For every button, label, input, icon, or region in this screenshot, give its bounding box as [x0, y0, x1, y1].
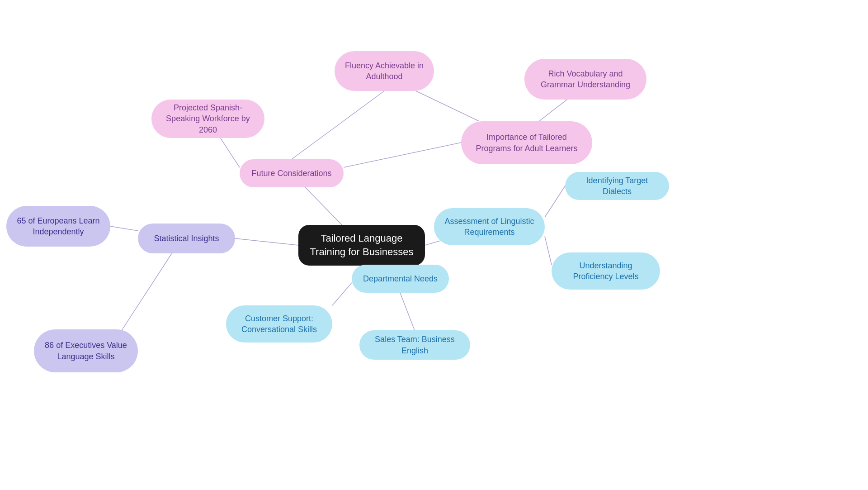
svg-line-2	[344, 143, 461, 167]
svg-line-6	[235, 238, 298, 245]
assessment-linguistic-node: Assessment of Linguistic Requirements	[434, 208, 545, 245]
center-node: Tailored Language Training for Businesse…	[298, 225, 425, 266]
rich-vocabulary-node: Rich Vocabulary and Grammar Understandin…	[524, 59, 646, 100]
customer-support-node: Customer Support: Conversational Skills	[226, 305, 332, 343]
departmental-needs-node: Departmental Needs	[352, 265, 449, 293]
svg-line-10	[545, 186, 565, 217]
identifying-dialects-node: Identifying Target Dialects	[565, 172, 669, 200]
projected-spanish-node: Projected Spanish-Speaking Workforce by …	[151, 100, 264, 138]
svg-line-7	[110, 226, 138, 231]
fluency-adulthood-node: Fluency Achievable in Adulthood	[335, 51, 434, 91]
sales-team-node: Sales Team: Business English	[359, 330, 470, 360]
executives-node: 86 of Executives Value Language Skills	[34, 329, 138, 372]
svg-line-11	[545, 236, 552, 265]
svg-line-13	[332, 283, 352, 305]
europeans-node: 65 of Europeans Learn Independently	[6, 206, 110, 247]
statistical-insights-node: Statistical Insights	[138, 224, 235, 253]
svg-line-14	[400, 293, 415, 330]
future-considerations-node: Future Considerations	[240, 159, 344, 187]
tailored-programs-node: Importance of Tailored Programs for Adul…	[461, 121, 592, 164]
svg-line-5	[416, 91, 479, 121]
understanding-proficiency-node: Understanding Proficiency Levels	[552, 252, 660, 290]
svg-line-1	[292, 91, 384, 159]
